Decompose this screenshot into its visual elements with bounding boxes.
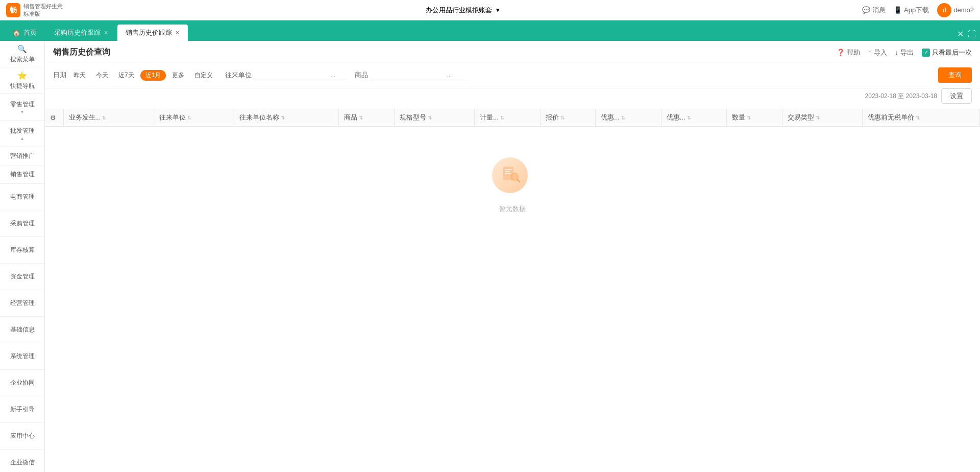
date-btn-custom[interactable]: 自定义 xyxy=(190,70,217,81)
data-table: ⚙ 业务发生... ⇅ 往来单位 xyxy=(45,109,980,127)
tabs-bar: 🏠 首页 采购历史价跟踪 ✕ 销售历史价跟踪 ✕ ✕ ⛶ xyxy=(0,20,980,41)
table-settings-icon: ⚙ xyxy=(50,114,56,122)
date-range-display: 2023-02-18 至 2023-03-18 xyxy=(865,92,937,101)
product-label: 商品 xyxy=(355,70,368,80)
sidebar-item-ecom[interactable]: 电商管理 xyxy=(0,184,44,210)
export-icon: ↓ xyxy=(895,49,899,56)
counterparty-label: 往来单位 xyxy=(225,70,252,80)
sidebar-item-sys-mgmt[interactable]: 系统管理 xyxy=(0,343,44,370)
main-layout: 🔍 搜索菜单 ⭐ 快捷导航 零售管理 ▾ 批发管理 ▴ 营销推广 销售管理 电商… xyxy=(0,41,980,472)
filter-actions: 查询 xyxy=(938,67,972,83)
star-icon: ⭐ xyxy=(17,71,27,80)
col-biz-date[interactable]: 业务发生... ⇅ xyxy=(63,109,154,127)
chevron-down-icon: ▾ xyxy=(496,6,500,14)
sort-icon-pretax: ⇅ xyxy=(916,115,920,121)
sidebar-item-basic-info[interactable]: 基础信息 xyxy=(0,317,44,343)
counterparty-input[interactable] xyxy=(257,71,328,79)
top-bar-right: 💬 消息 📱 App下载 d demo2 xyxy=(862,3,974,17)
close-all-tabs-button[interactable]: ✕ xyxy=(957,29,964,39)
close-tab-purchase-icon[interactable]: ✕ xyxy=(104,30,108,36)
date-label: 日期 xyxy=(53,70,66,80)
sidebar-item-retail[interactable]: 零售管理 ▾ xyxy=(0,94,44,121)
sidebar-item-operations[interactable]: 经营管理 xyxy=(0,290,44,317)
sidebar-item-app-center[interactable]: 应用中心 xyxy=(0,423,44,450)
col-pre-tax-price[interactable]: 优惠前无税单价 ⇅ xyxy=(862,109,979,127)
empty-text: 暂元数据 xyxy=(499,204,526,214)
empty-state: 暂元数据 xyxy=(45,127,980,244)
logo-icon: 畅 xyxy=(6,3,20,17)
sidebar-item-finance[interactable]: 资金管理 xyxy=(0,264,44,290)
import-button[interactable]: ↑ 导入 xyxy=(868,48,887,57)
content-area: 销售历史价查询 ❓ 帮助 ↑ 导入 ↓ 导出 ✓ xyxy=(45,41,980,472)
sidebar-item-inventory[interactable]: 库存核算 xyxy=(0,237,44,264)
col-spec[interactable]: 规格型号 ⇅ xyxy=(394,109,474,127)
query-button[interactable]: 查询 xyxy=(938,67,972,83)
table-header: ⚙ 业务发生... ⇅ 往来单位 xyxy=(45,109,980,127)
counterparty-dots[interactable]: ... xyxy=(330,72,335,79)
message-button[interactable]: 💬 消息 xyxy=(862,6,886,15)
col-quoted-price[interactable]: 报价 ⇅ xyxy=(540,109,595,127)
col-product[interactable]: 商品 ⇅ xyxy=(339,109,394,127)
sidebar-item-wholesale[interactable]: 批发管理 ▴ xyxy=(0,121,44,147)
sort-icon-product: ⇅ xyxy=(359,115,363,121)
sidebar-item-guide[interactable]: 新手引导 xyxy=(0,396,44,423)
top-bar: 畅 销售管理好生意 标准版 办公用品行业模拟账套 ▾ 💬 消息 📱 App下载 … xyxy=(0,0,980,20)
sidebar-item-quick-nav[interactable]: ⭐ 快捷导航 xyxy=(0,67,44,94)
product-dots[interactable]: ... xyxy=(447,72,452,79)
logo: 畅 销售管理好生意 标准版 xyxy=(6,3,63,17)
date-btn-1month[interactable]: 近1月 xyxy=(140,70,166,81)
maximize-button[interactable]: ⛶ xyxy=(968,30,976,39)
date-btn-today[interactable]: 今天 xyxy=(92,70,112,81)
close-tab-sales-icon[interactable]: ✕ xyxy=(175,30,180,36)
filter-bar: 日期 昨天 今天 近7天 近1月 更多 自定义 往来单位 ... xyxy=(45,62,980,88)
col-quantity[interactable]: 数量 ⇅ xyxy=(727,109,782,127)
sidebar-item-wechat[interactable]: 企业微信 xyxy=(0,450,44,472)
sort-icon-qty: ⇅ xyxy=(747,115,751,121)
app-download-button[interactable]: 📱 App下载 xyxy=(894,6,929,15)
product-input[interactable] xyxy=(373,71,445,79)
tab-home[interactable]: 🏠 首页 xyxy=(4,25,45,41)
user-avatar[interactable]: d demo2 xyxy=(937,3,974,17)
sidebar-item-search-menu[interactable]: 🔍 搜索菜单 xyxy=(0,41,44,67)
date-btn-7days[interactable]: 近7天 xyxy=(114,70,138,81)
sort-icon-biz-date: ⇅ xyxy=(102,115,106,121)
page-header-actions: ❓ 帮助 ↑ 导入 ↓ 导出 ✓ 只看最后一次 xyxy=(837,48,972,57)
tab-sales-history[interactable]: 销售历史价跟踪 ✕ xyxy=(117,25,188,41)
col-discount2[interactable]: 优惠... ⇅ xyxy=(661,109,727,127)
col-counterparty-name[interactable]: 往来单位名称 ⇅ xyxy=(234,109,339,127)
col-counterparty-code[interactable]: 往来单位 ⇅ xyxy=(154,109,234,127)
home-icon: 🏠 xyxy=(12,29,20,37)
sort-icon-cp-name: ⇅ xyxy=(281,115,285,121)
sidebar-item-enterprise[interactable]: 企业协同 xyxy=(0,370,44,396)
import-icon: ↑ xyxy=(868,49,872,56)
product-input-wrapper: ... xyxy=(371,70,463,80)
sidebar-item-purchase[interactable]: 采购管理 xyxy=(0,210,44,237)
sort-icon-trade: ⇅ xyxy=(816,115,820,121)
svg-rect-4 xyxy=(505,173,511,174)
col-unit[interactable]: 计量... ⇅ xyxy=(474,109,540,127)
avatar: d xyxy=(937,3,951,17)
only-last-checkbox[interactable]: ✓ 只看最后一次 xyxy=(922,48,972,57)
svg-rect-2 xyxy=(505,169,512,170)
sort-icon-qprice: ⇅ xyxy=(560,115,565,121)
date-btn-more[interactable]: 更多 xyxy=(168,70,188,81)
counterparty-filter-group: 往来单位 ... xyxy=(225,70,347,80)
product-filter-group: 商品 ... xyxy=(355,70,463,80)
date-btn-yesterday[interactable]: 昨天 xyxy=(69,70,90,81)
download-icon: 📱 xyxy=(894,6,902,14)
settings-button[interactable]: 设置 xyxy=(941,88,972,104)
page-header: 销售历史价查询 ❓ 帮助 ↑ 导入 ↓ 导出 ✓ xyxy=(45,41,980,62)
tab-purchase-history[interactable]: 采购历史价跟踪 ✕ xyxy=(46,25,116,41)
svg-rect-3 xyxy=(505,171,510,172)
col-trade-type[interactable]: 交易类型 ⇅ xyxy=(782,109,862,127)
sidebar-item-marketing[interactable]: 营销推广 xyxy=(0,147,44,166)
export-button[interactable]: ↓ 导出 xyxy=(895,48,914,57)
sidebar-item-sales-mgmt[interactable]: 销售管理 xyxy=(0,166,44,184)
sort-icon-spec: ⇅ xyxy=(428,115,432,121)
col-discount1[interactable]: 优惠... ⇅ xyxy=(596,109,662,127)
workspace-selector[interactable]: 办公用品行业模拟账套 ▾ xyxy=(426,6,500,15)
filter-row-2: 2023-02-18 至 2023-03-18 设置 xyxy=(45,88,980,109)
empty-icon xyxy=(492,157,533,198)
help-button[interactable]: ❓ 帮助 xyxy=(837,48,860,57)
col-settings[interactable]: ⚙ xyxy=(45,109,63,127)
